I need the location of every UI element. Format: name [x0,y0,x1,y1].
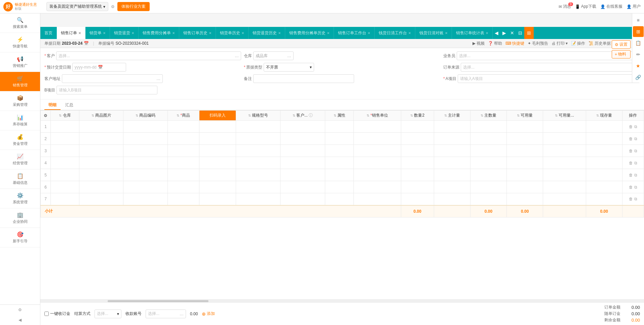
tab-sales-refund[interactable]: 销货退货 ✕ [110,27,139,39]
cell-spec[interactable] [236,181,280,193]
cell-sales-unit[interactable] [354,133,401,145]
tab-refund-history[interactable]: 销货退货历史 ✕ [249,27,285,39]
sidebar-item-basic[interactable]: 📋 基础信息 [0,169,40,189]
tab-close-cash-workbench[interactable]: ✕ [408,31,411,35]
copy-icon[interactable]: ⧉ [634,149,637,153]
cell-main-qty[interactable] [470,181,506,193]
tab-nav-close[interactable]: ✕ [508,27,516,39]
delete-icon[interactable]: 🗑 [629,185,633,190]
cell-qty2[interactable] [401,121,434,133]
tab-sales-return[interactable]: 销货单 ✕ [85,27,110,39]
right-panel-clipboard-btn[interactable]: 📋 [633,38,644,48]
sidebar-settings-btn[interactable]: ⚙ [0,305,40,315]
invoice-select[interactable]: 不开票 ▾ [264,63,314,72]
delete-icon[interactable]: 🗑 [629,136,633,141]
sidebar-item-finance[interactable]: 💰 资金管理 [0,130,40,150]
th-sales-unit[interactable]: ⇅ *销售单位 [354,111,401,121]
tab-close-expense-split[interactable]: ✕ [172,31,175,35]
sidebar-item-system[interactable]: ⚙️ 系统管理 [0,189,40,208]
delete-icon[interactable]: 🗑 [629,149,633,153]
cell-customer-code[interactable] [280,121,325,133]
cell-sales-unit[interactable] [354,169,401,181]
delete-icon[interactable]: 🗑 [629,161,633,165]
copy-icon[interactable]: ⧉ [634,197,637,201]
delete-icon[interactable]: 🗑 [629,197,633,201]
cell-spec[interactable] [236,121,280,133]
cell-main-qty[interactable] [470,121,506,133]
cell-product-code[interactable] [123,193,167,205]
th-product-img[interactable]: ⇅ 商品图片 [79,111,123,121]
cell-spec[interactable] [236,193,280,205]
tab-detail[interactable]: 明细 [44,101,61,110]
industry-btn[interactable]: 体验行业方案 [117,2,150,11]
cell-attr[interactable] [325,145,354,157]
cell-sales-unit[interactable] [354,181,401,193]
user-btn[interactable]: 👤 用户 [627,4,641,9]
sidebar-item-operations[interactable]: 📈 经营管理 [0,150,40,169]
cell-main-qty[interactable] [470,169,506,181]
cell-product-code[interactable] [123,121,167,133]
help-btn[interactable]: ❓ 帮助 [488,41,502,46]
shortcut-btn[interactable]: ⌨ 快捷键 [505,41,524,46]
copy-icon[interactable]: ⧉ [634,161,637,165]
tab-home[interactable]: 首页 [40,27,57,39]
tab-nav-expand[interactable]: ⊞ [524,27,534,39]
sidebar-item-search[interactable]: 🔍 搜索菜单 [0,13,40,33]
history-btn[interactable]: 📜 历史单据 [589,41,611,46]
cell-product-code[interactable] [123,145,167,157]
add-btn[interactable]: ⊕ 添加 [202,311,215,317]
tab-expense-split[interactable]: 销售费用分摊单 ✕ [139,27,179,39]
copy-icon[interactable]: ⧉ [634,185,637,190]
th-available[interactable]: ⇅ 可用量 [507,111,543,121]
tab-summary[interactable]: 汇总 [61,101,77,110]
cell-spec[interactable] [236,169,280,181]
cell-main-qty[interactable] [470,145,506,157]
tab-close-sales-workbench[interactable]: ✕ [368,31,370,35]
th-qty2[interactable]: ⇅ 数量2 [401,111,434,121]
remark-input[interactable] [253,74,354,83]
scroll-thumb[interactable] [108,300,209,302]
cell-attr[interactable] [325,193,354,205]
profit-btn[interactable]: ✦ 毛利预告 [528,41,548,46]
cell-customer-code[interactable] [280,133,325,145]
th-spec[interactable]: ⇅ 规格型号 [236,111,280,121]
horizontal-scroll[interactable] [40,299,644,302]
gear-icon[interactable]: ⚙ [111,4,115,9]
delete-icon[interactable]: 🗑 [629,124,633,129]
cell-attr[interactable] [325,133,354,145]
th-stock[interactable]: ⇅ 现存量 [586,111,622,121]
tab-close-sales-order[interactable]: ✕ [78,31,81,35]
sidebar-item-purchase[interactable]: 📦 采购管理 [0,91,40,111]
settings-btn[interactable]: ⚙ 设置 [612,40,631,49]
right-panel-edit-btn[interactable]: ✏ [633,49,644,60]
th-customer-code[interactable]: ⇅ 客户... ⓘ [280,111,325,121]
cell-attr[interactable] [325,157,354,169]
tab-nav-prev[interactable]: ◀ [493,27,500,39]
cell-product[interactable] [167,169,199,181]
delivery-input[interactable]: yyyy-mm-dd 📅 [72,63,126,72]
system-selector[interactable]: 装备及固定资产辅助管理系统 ▾ [46,2,108,11]
cell-qty2[interactable] [401,169,434,181]
receipt-no-input[interactable]: 选择... … [146,310,186,318]
cell-customer-code[interactable] [280,169,325,181]
tab-cash-account[interactable]: 钱货日清对账 ✕ [415,27,452,39]
cell-product[interactable] [167,133,199,145]
tab-close-cash-account[interactable]: ✕ [445,31,448,35]
cell-customer-code[interactable] [280,193,325,205]
sidebar-item-quicknav[interactable]: ⚡ 快捷导航 [0,33,40,52]
cell-qty2[interactable] [401,157,434,169]
tab-order-history[interactable]: 销售订单历史 ✕ [179,27,216,39]
right-panel-star-btn[interactable]: ★ [633,60,644,71]
tab-cash-workbench[interactable]: 钱货日清工作台 ✕ [375,27,415,39]
online-support-btn[interactable]: 👤 在线客服 [600,4,622,9]
th-attr[interactable]: ⇅ 属性 [325,111,354,121]
customer-address-input[interactable]: … [62,74,163,83]
th-main-qty[interactable]: ⇅ 主数量 [470,111,506,121]
tab-close-sales-refund[interactable]: ✕ [131,31,134,35]
cell-attr[interactable] [325,169,354,181]
tab-nav-next[interactable]: ▶ [500,27,508,39]
copy-icon[interactable]: ⧉ [634,124,637,129]
cell-main-qty[interactable] [470,133,506,145]
cell-product[interactable] [167,157,199,169]
delete-icon[interactable]: 🗑 [629,173,633,177]
